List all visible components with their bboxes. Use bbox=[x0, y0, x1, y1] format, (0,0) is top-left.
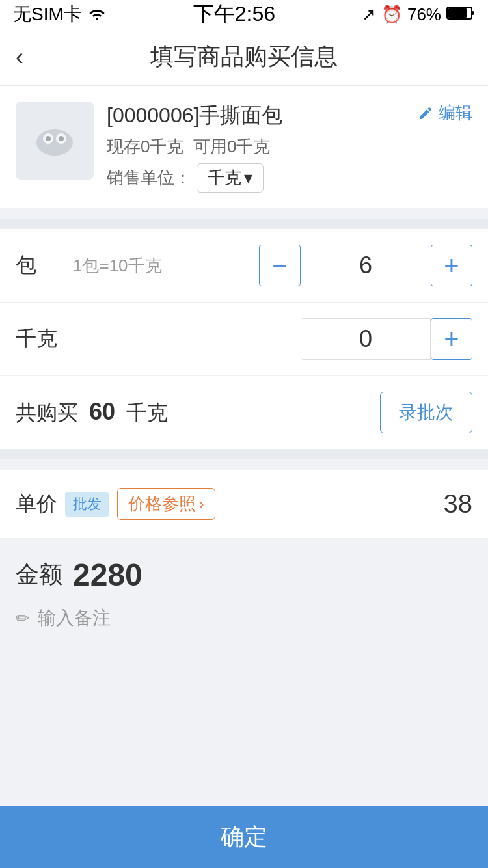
product-card: [0000006]手撕面包 编辑 现存0千克 可用0千克 销售单位： 千克 ▾ bbox=[0, 86, 488, 208]
kg-quantity-control: + bbox=[301, 318, 472, 360]
package-decrement-button[interactable]: − bbox=[259, 245, 301, 286]
product-name: [0000006]手撕面包 bbox=[107, 102, 282, 130]
nav-bar: ‹ 填写商品购买信息 bbox=[0, 29, 488, 86]
product-stock: 现存0千克 可用0千克 bbox=[107, 135, 472, 158]
pencil-icon: ✏ bbox=[16, 608, 30, 629]
amount-section: 金额 2280 ✏ 输入备注 bbox=[0, 539, 488, 644]
price-badge: 批发 bbox=[65, 492, 109, 517]
price-label: 单价 bbox=[16, 490, 57, 519]
location-icon: ↗ bbox=[362, 5, 376, 25]
amount-value: 2280 bbox=[73, 557, 142, 593]
confirm-button[interactable]: 确定 bbox=[0, 806, 488, 868]
package-input-row: 包 1包=10千克 − + bbox=[0, 229, 488, 303]
package-quantity-control: − + bbox=[259, 245, 472, 286]
package-increment-button[interactable]: + bbox=[431, 245, 472, 286]
total-row: 共购买 60 千克 录批次 bbox=[0, 376, 488, 449]
status-bar: 无SIM卡 下午2:56 ↗ ⏰ 76% bbox=[0, 0, 488, 29]
battery-text: 76% bbox=[407, 5, 441, 25]
price-value: 38 bbox=[444, 489, 473, 519]
total-label: 共购买 60 千克 bbox=[16, 398, 168, 427]
alarm-icon: ⏰ bbox=[381, 5, 402, 25]
amount-row: 金额 2280 bbox=[16, 557, 472, 593]
product-thumbnail bbox=[16, 102, 94, 180]
product-unit-row: 销售单位： 千克 ▾ bbox=[107, 163, 472, 193]
dropdown-arrow-icon: ▾ bbox=[244, 168, 252, 188]
kg-input-row: 千克 + bbox=[0, 303, 488, 376]
price-row: 单价 批发 价格参照 › 38 bbox=[0, 470, 488, 539]
battery-icon bbox=[446, 5, 475, 25]
kg-quantity-input[interactable] bbox=[301, 318, 431, 360]
wifi-icon bbox=[87, 4, 107, 25]
kg-label: 千克 bbox=[16, 325, 68, 353]
carrier-text: 无SIM卡 bbox=[13, 2, 82, 27]
input-section: 包 1包=10千克 − + 千克 + bbox=[0, 229, 488, 376]
svg-point-5 bbox=[46, 136, 51, 141]
kg-increment-button[interactable]: + bbox=[431, 318, 472, 360]
package-quantity-input[interactable] bbox=[301, 245, 431, 286]
product-info: [0000006]手撕面包 编辑 现存0千克 可用0千克 销售单位： 千克 ▾ bbox=[107, 102, 472, 193]
record-batch-button[interactable]: 录批次 bbox=[380, 392, 472, 433]
separator-2 bbox=[0, 449, 488, 459]
remark-row[interactable]: ✏ 输入备注 bbox=[16, 606, 472, 644]
back-button[interactable]: ‹ bbox=[16, 44, 23, 71]
status-right: ↗ ⏰ 76% bbox=[362, 5, 475, 25]
svg-point-2 bbox=[36, 129, 73, 156]
svg-point-6 bbox=[59, 136, 64, 141]
separator-1 bbox=[0, 219, 488, 229]
package-label: 包 bbox=[16, 251, 68, 280]
page-title: 填写商品购买信息 bbox=[150, 41, 338, 73]
edit-button[interactable]: 编辑 bbox=[418, 102, 472, 124]
status-left: 无SIM卡 bbox=[13, 2, 107, 27]
remark-placeholder: 输入备注 bbox=[38, 606, 111, 631]
price-section: 单价 批发 价格参照 › 38 bbox=[0, 470, 488, 539]
price-ref-button[interactable]: 价格参照 › bbox=[117, 488, 215, 520]
unit-select[interactable]: 千克 ▾ bbox=[197, 163, 264, 193]
svg-rect-1 bbox=[448, 8, 467, 18]
status-time: 下午2:56 bbox=[193, 0, 275, 29]
amount-label: 金额 bbox=[16, 559, 62, 591]
package-hint: 1包=10千克 bbox=[73, 254, 259, 277]
total-quantity: 60 bbox=[89, 398, 115, 425]
